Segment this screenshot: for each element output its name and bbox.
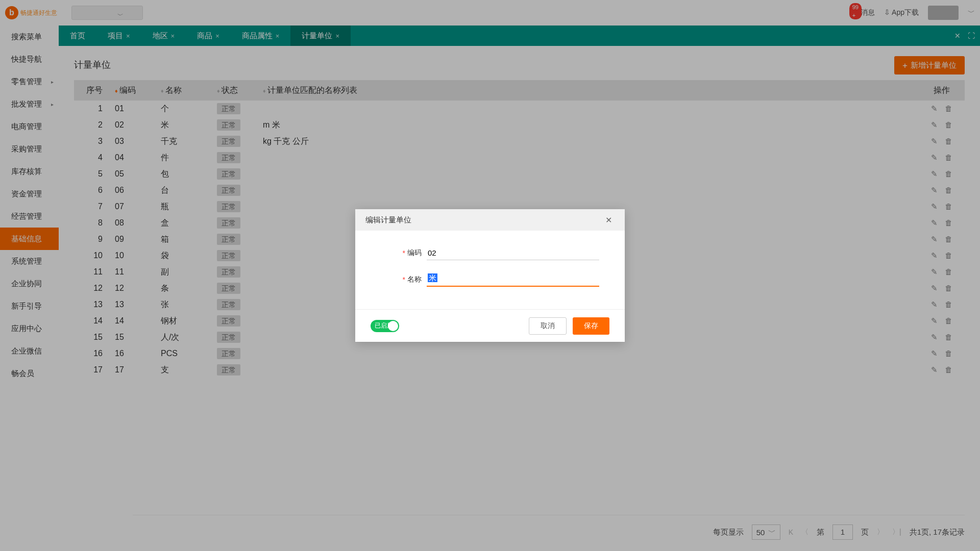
code-input[interactable] [427, 246, 599, 260]
toggle-knob [388, 321, 398, 331]
code-label: *编码 [381, 248, 427, 258]
name-input[interactable]: 米 [427, 272, 599, 287]
edit-unit-dialog: 编辑计量单位 ✕ *编码 *名称 米 已启用 取消 保存 [355, 209, 625, 342]
dialog-title: 编辑计量单位 [365, 215, 411, 225]
close-icon[interactable]: ✕ [602, 214, 615, 226]
enabled-toggle[interactable]: 已启用 [371, 320, 399, 332]
cancel-button[interactable]: 取消 [529, 317, 567, 335]
name-label: *名称 [381, 275, 427, 284]
save-button[interactable]: 保存 [573, 317, 609, 335]
name-input-value: 米 [428, 273, 437, 282]
